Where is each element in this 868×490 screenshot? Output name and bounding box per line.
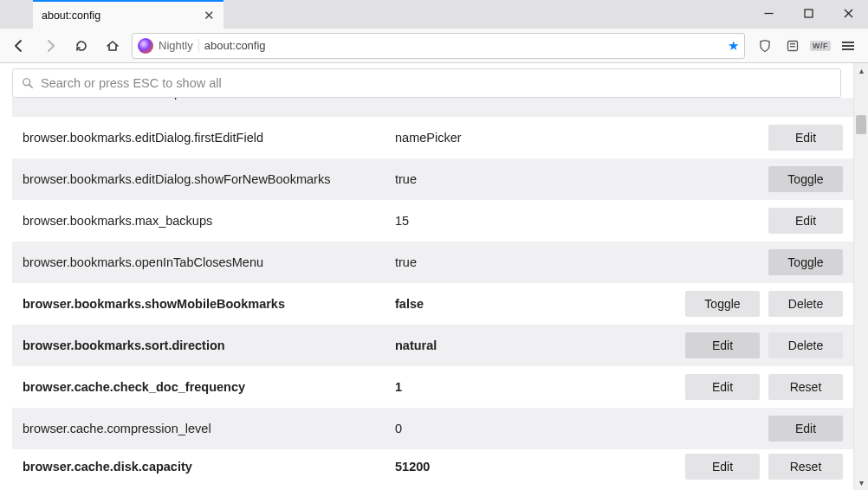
urlbar-address: about:config: [204, 39, 722, 52]
back-button[interactable]: [7, 34, 31, 58]
pref-value: true: [395, 172, 768, 186]
pref-row: browser.cache.disk.capacity51200EditRese…: [12, 449, 853, 484]
pref-name: browser.bookmarks.showMobileBookmarks: [23, 297, 395, 311]
pref-row: browser.bookmarks.autoExportHTMLfalseTog…: [12, 98, 853, 117]
browser-tab[interactable]: about:config ✕: [33, 0, 223, 29]
pref-value: natural: [395, 338, 685, 352]
pref-row: browser.bookmarks.editDialog.firstEditFi…: [12, 117, 853, 158]
about-config-page: browser.bookmarks.autoExportHTMLfalseTog…: [0, 63, 853, 490]
svg-rect-6: [790, 46, 795, 47]
pref-name: browser.bookmarks.max_backups: [23, 214, 395, 228]
pref-controls: Toggle: [768, 166, 843, 192]
scrollbar-up-arrow-icon[interactable]: ▴: [854, 63, 868, 78]
forward-button: [38, 34, 62, 58]
wf-badge-label: W/F: [810, 41, 831, 51]
pref-name: browser.bookmarks.editDialog.showForNewB…: [23, 172, 395, 186]
pref-row: browser.bookmarks.showMobileBookmarksfal…: [12, 283, 853, 325]
delete-button[interactable]: Delete: [768, 291, 843, 317]
pref-name: browser.cache.compression_level: [23, 422, 395, 435]
nightly-logo-icon: [138, 38, 153, 54]
pref-value: namePicker: [395, 131, 768, 145]
pref-row: browser.bookmarks.max_backups15Edit: [12, 200, 853, 242]
edit-button[interactable]: Edit: [685, 454, 760, 480]
pref-row: browser.cache.compression_level0Edit: [12, 408, 853, 449]
pref-controls: Edit: [768, 125, 843, 151]
reset-button[interactable]: Reset: [768, 374, 843, 400]
pref-name: browser.cache.check_doc_frequency: [23, 380, 395, 394]
reload-button[interactable]: [69, 34, 94, 58]
window-maximize-button[interactable]: [788, 0, 828, 26]
pref-row: browser.cache.check_doc_frequency1EditRe…: [12, 366, 853, 408]
wf-badge[interactable]: W/F: [811, 36, 830, 55]
hamburger-icon: [842, 40, 854, 52]
urlbar-context-label: Nightly: [159, 39, 199, 52]
pref-name: browser.bookmarks.sort.direction: [23, 338, 395, 352]
pref-value: 51200: [395, 460, 685, 474]
svg-rect-5: [790, 43, 795, 44]
titlebar: about:config ✕: [0, 0, 868, 29]
pref-controls: Edit: [768, 416, 843, 442]
pref-name: browser.cache.disk.capacity: [23, 460, 395, 474]
pref-name: browser.bookmarks.openInTabClosesMenu: [23, 255, 395, 269]
pref-value: 1: [395, 380, 685, 394]
pref-controls: Edit: [768, 208, 843, 234]
pref-value: 0: [395, 422, 768, 435]
reader-view-icon[interactable]: [783, 36, 802, 55]
ublock-shield-icon[interactable]: [755, 36, 774, 55]
pref-rows: browser.bookmarks.autoExportHTMLfalseTog…: [12, 98, 853, 490]
edit-button[interactable]: Edit: [685, 374, 760, 400]
scrollbar-down-arrow-icon[interactable]: ▾: [854, 475, 868, 490]
vertical-scrollbar[interactable]: ▴ ▾: [853, 63, 868, 490]
browser-window: about:config ✕ N: [0, 0, 868, 490]
edit-button[interactable]: Edit: [768, 416, 843, 442]
window-close-button[interactable]: [828, 0, 868, 26]
pref-controls: Toggle: [768, 249, 843, 275]
toggle-button[interactable]: Toggle: [768, 166, 843, 192]
tab-title: about:config: [42, 10, 204, 22]
home-button[interactable]: [100, 34, 125, 58]
edit-button[interactable]: Edit: [768, 125, 843, 151]
pref-controls: EditReset: [685, 374, 843, 400]
edit-button[interactable]: Edit: [685, 332, 760, 358]
pref-value: false: [395, 98, 768, 100]
svg-line-8: [29, 85, 33, 88]
tab-close-icon[interactable]: ✕: [204, 9, 215, 22]
pref-value: false: [395, 297, 685, 311]
reset-button[interactable]: Reset: [768, 454, 843, 480]
navbar: Nightly about:config ★ W/F: [0, 29, 868, 63]
toggle-button[interactable]: Toggle: [768, 249, 843, 275]
url-bar[interactable]: Nightly about:config ★: [132, 33, 745, 59]
pref-value: true: [395, 255, 768, 269]
delete-button[interactable]: Delete: [768, 332, 843, 358]
pref-controls: EditDelete: [685, 332, 843, 358]
edit-button[interactable]: Edit: [768, 208, 843, 234]
search-icon: [22, 77, 34, 89]
pref-controls: ToggleDelete: [685, 291, 843, 317]
window-controls: [748, 0, 868, 26]
content-area: browser.bookmarks.autoExportHTMLfalseTog…: [0, 63, 868, 490]
pref-row: browser.bookmarks.sort.directionnaturalE…: [12, 325, 853, 366]
window-minimize-button[interactable]: [748, 0, 788, 26]
toolbar-icons: W/F: [752, 36, 861, 55]
svg-rect-1: [805, 10, 813, 17]
pref-row: browser.bookmarks.openInTabClosesMenutru…: [12, 242, 853, 283]
search-bar[interactable]: [12, 68, 841, 98]
pref-value: 15: [395, 214, 768, 228]
pref-name: browser.bookmarks.autoExportHTML: [23, 98, 395, 100]
scrollbar-thumb[interactable]: [856, 115, 866, 134]
bookmark-star-icon[interactable]: ★: [728, 38, 739, 54]
pref-controls: EditReset: [685, 454, 843, 480]
app-menu-button[interactable]: [839, 36, 858, 55]
pref-row: browser.bookmarks.editDialog.showForNewB…: [12, 158, 853, 200]
search-input[interactable]: [41, 76, 832, 90]
toggle-button[interactable]: Toggle: [685, 291, 760, 317]
pref-name: browser.bookmarks.editDialog.firstEditFi…: [23, 131, 395, 145]
